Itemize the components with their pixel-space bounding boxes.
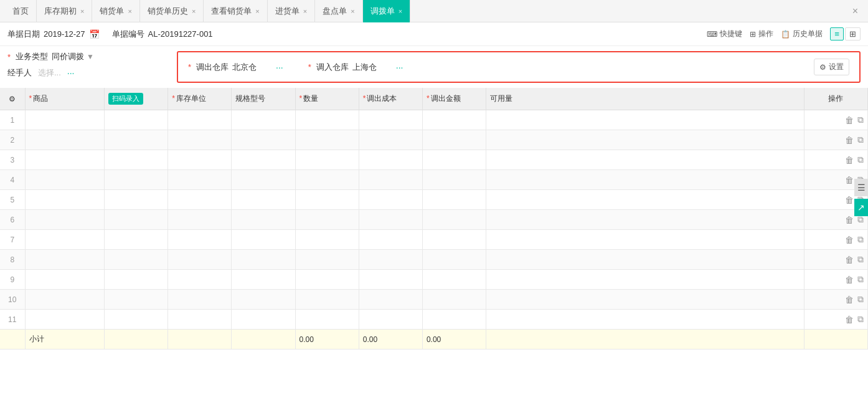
cell-10-3[interactable]: [232, 290, 295, 310]
cell-1-6[interactable]: [422, 110, 486, 130]
cell-2-6[interactable]: [422, 130, 486, 150]
copy-row-8[interactable]: ⧉: [857, 254, 864, 265]
cell-7-0[interactable]: [25, 230, 105, 250]
cell-2-3[interactable]: [232, 130, 295, 150]
tab-stocktake[interactable]: 盘点单 ×: [315, 0, 362, 22]
cell-6-0[interactable]: [25, 210, 105, 230]
copy-row-10[interactable]: ⧉: [857, 294, 864, 305]
tab-close-purchase[interactable]: ×: [303, 7, 307, 15]
cell-3-3[interactable]: [232, 150, 295, 170]
cell-10-2[interactable]: [168, 290, 232, 310]
th-gear[interactable]: ⚙: [0, 88, 25, 110]
window-close-button[interactable]: ×: [847, 6, 863, 17]
tab-sales-order[interactable]: 销货单 ×: [92, 0, 139, 22]
delete-row-2[interactable]: 🗑: [845, 135, 854, 145]
business-type-select[interactable]: 同价调拨 ▼: [52, 51, 151, 62]
cell-3-4[interactable]: [295, 150, 359, 170]
cell-4-4[interactable]: [295, 170, 359, 190]
cell-7-4[interactable]: [295, 230, 359, 250]
cell-10-4[interactable]: [295, 290, 359, 310]
cell-10-7[interactable]: [486, 290, 804, 310]
cell-7-7[interactable]: [486, 230, 804, 250]
cell-3-0[interactable]: [25, 150, 105, 170]
layout-list-button[interactable]: ≡: [830, 27, 844, 40]
tab-close-view-sales[interactable]: ×: [255, 7, 259, 15]
cell-11-4[interactable]: [295, 310, 359, 330]
history-button[interactable]: 📋 历史单据: [781, 29, 823, 39]
cell-8-2[interactable]: [168, 250, 232, 270]
cell-8-3[interactable]: [232, 250, 295, 270]
cell-10-5[interactable]: [359, 290, 422, 310]
cell-8-5[interactable]: [359, 250, 422, 270]
cell-11-6[interactable]: [422, 310, 486, 330]
cell-1-0[interactable]: [25, 110, 105, 130]
cell-4-2[interactable]: [168, 170, 232, 190]
tab-sales-history[interactable]: 销货单历史 ×: [140, 0, 204, 22]
copy-row-1[interactable]: ⧉: [857, 115, 864, 125]
cell-9-2[interactable]: [168, 270, 232, 290]
cell-4-7[interactable]: [486, 170, 804, 190]
float-export-button[interactable]: ↗: [854, 199, 868, 216]
cell-11-2[interactable]: [168, 310, 232, 330]
copy-row-7[interactable]: ⧉: [857, 234, 864, 245]
cell-11-7[interactable]: [486, 310, 804, 330]
cell-5-7[interactable]: [486, 190, 804, 210]
cell-6-4[interactable]: [295, 210, 359, 230]
cell-3-7[interactable]: [486, 150, 804, 170]
cell-10-1[interactable]: [105, 290, 168, 310]
delete-row-11[interactable]: 🗑: [845, 315, 854, 325]
cell-2-4[interactable]: [295, 130, 359, 150]
cell-6-1[interactable]: [105, 210, 168, 230]
cell-2-2[interactable]: [168, 130, 232, 150]
tab-purchase[interactable]: 进货单 ×: [268, 0, 315, 22]
cell-3-1[interactable]: [105, 150, 168, 170]
warehouse-out-more-icon[interactable]: ···: [276, 62, 283, 72]
layout-grid-button[interactable]: ⊞: [845, 27, 861, 40]
copy-row-3[interactable]: ⧉: [857, 155, 864, 165]
cell-4-0[interactable]: [25, 170, 105, 190]
delete-row-10[interactable]: 🗑: [845, 295, 854, 305]
tab-transfer[interactable]: 调拨单 ×: [363, 0, 410, 22]
cell-5-3[interactable]: [232, 190, 295, 210]
copy-row-2[interactable]: ⧉: [857, 135, 864, 145]
delete-row-1[interactable]: 🗑: [845, 115, 854, 125]
delete-row-6[interactable]: 🗑: [845, 215, 854, 225]
cell-3-6[interactable]: [422, 150, 486, 170]
cell-7-5[interactable]: [359, 230, 422, 250]
cell-1-3[interactable]: [232, 110, 295, 130]
cell-10-6[interactable]: [422, 290, 486, 310]
cell-3-2[interactable]: [168, 150, 232, 170]
delete-row-4[interactable]: 🗑: [845, 175, 854, 185]
tab-view-sales[interactable]: 查看销货单 ×: [204, 0, 267, 22]
cell-2-0[interactable]: [25, 130, 105, 150]
cell-9-3[interactable]: [232, 270, 295, 290]
cell-9-4[interactable]: [295, 270, 359, 290]
cell-5-0[interactable]: [25, 190, 105, 210]
dropdown-arrow-icon[interactable]: ▼: [87, 52, 94, 61]
cell-7-3[interactable]: [232, 230, 295, 250]
tab-close-sales-history[interactable]: ×: [192, 7, 196, 15]
cell-5-4[interactable]: [295, 190, 359, 210]
cell-5-6[interactable]: [422, 190, 486, 210]
cell-5-1[interactable]: [105, 190, 168, 210]
cell-1-5[interactable]: [359, 110, 422, 130]
tab-close-sales-order[interactable]: ×: [128, 7, 131, 15]
cell-5-5[interactable]: [359, 190, 422, 210]
tab-close-inventory-init[interactable]: ×: [80, 7, 84, 15]
settings-button[interactable]: ⚙ 设置: [814, 59, 849, 75]
cell-9-6[interactable]: [422, 270, 486, 290]
cell-7-2[interactable]: [168, 230, 232, 250]
tab-close-transfer[interactable]: ×: [399, 7, 402, 15]
cell-4-3[interactable]: [232, 170, 295, 190]
cell-2-7[interactable]: [486, 130, 804, 150]
cell-6-6[interactable]: [422, 210, 486, 230]
cell-8-1[interactable]: [105, 250, 168, 270]
copy-row-9[interactable]: ⧉: [857, 274, 864, 285]
cell-5-2[interactable]: [168, 190, 232, 210]
operations-button[interactable]: ⊞ 操作: [750, 29, 773, 39]
cell-8-6[interactable]: [422, 250, 486, 270]
delete-row-9[interactable]: 🗑: [845, 275, 854, 285]
cell-11-3[interactable]: [232, 310, 295, 330]
cell-9-1[interactable]: [105, 270, 168, 290]
tab-close-stocktake[interactable]: ×: [351, 7, 354, 15]
